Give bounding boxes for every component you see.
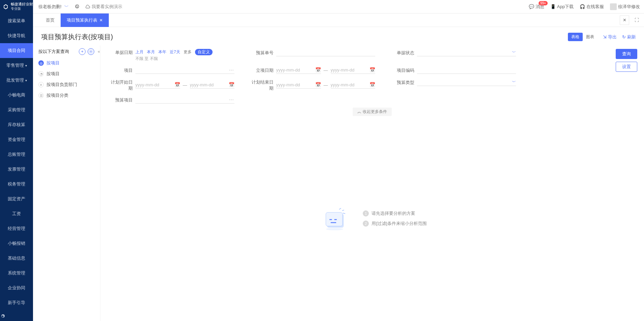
calendar-icon[interactable]: 📅 xyxy=(369,67,375,72)
query-button[interactable]: 查询 xyxy=(616,49,637,59)
sidebar-item-10[interactable]: 发票管理 xyxy=(0,162,33,177)
scheme-item-2[interactable]: ≡按项目负责部门 xyxy=(38,79,100,90)
calendar-icon[interactable]: 📅 xyxy=(229,82,234,87)
user-menu[interactable]: 徐泽华修改 xyxy=(610,3,640,10)
sidebar-item-label: 库存核算 xyxy=(8,122,25,128)
tab-home-label: 首页 xyxy=(46,17,55,23)
collapse-filters-button[interactable]: ︽ 收起更多条件 xyxy=(353,108,392,116)
sidebar-item-14[interactable]: 经营管理 xyxy=(0,221,33,236)
sidebar-item-label: 项目合同 xyxy=(8,48,25,54)
create-date-to[interactable] xyxy=(331,66,376,74)
scheme-item-label: 按项目负责部门 xyxy=(46,82,77,88)
sidebar-item-label: 采购管理 xyxy=(8,107,25,113)
pill-7days[interactable]: 近7天 xyxy=(170,49,180,55)
tab-close-all-button[interactable]: ✕ xyxy=(620,16,629,25)
sidebar-settings[interactable] xyxy=(0,310,33,321)
sidebar-item-label: 批发管理 xyxy=(6,77,24,83)
export-button[interactable]: ⇲ 导出 xyxy=(603,34,617,40)
plan-start-to[interactable] xyxy=(190,81,235,89)
svg-rect-4 xyxy=(334,219,337,220)
pill-this-year[interactable]: 本年 xyxy=(158,49,166,55)
export-icon: ⇲ xyxy=(603,34,607,39)
label-budget-no: 预算单号 xyxy=(248,49,273,56)
scheme-item-label: 按项目 xyxy=(46,60,60,66)
sidebar-item-12[interactable]: 固定资产 xyxy=(0,192,33,206)
sidebar-item-6[interactable]: 采购管理 xyxy=(0,103,33,117)
create-date-from[interactable] xyxy=(276,66,321,74)
sidebar-item-5[interactable]: 小畅电商 xyxy=(0,88,33,103)
doc-status-select[interactable] xyxy=(417,49,516,56)
sidebar-item-19[interactable]: 新手引导 xyxy=(0,295,33,310)
sidebar-item-17[interactable]: 系统管理 xyxy=(0,266,33,281)
pill-last-month[interactable]: 上月 xyxy=(135,49,143,55)
app-download-button[interactable]: 📱 App下载 xyxy=(550,4,574,10)
svg-rect-3 xyxy=(330,219,332,220)
project-code-input[interactable] xyxy=(417,66,516,74)
budget-item-input[interactable] xyxy=(135,96,234,104)
chevron-up-icon: ︽ xyxy=(357,109,361,115)
project-input[interactable] xyxy=(135,66,234,74)
settings-button[interactable]: 设置 xyxy=(616,62,637,72)
sidebar-item-label: 小畅电商 xyxy=(8,92,25,98)
sidebar-item-15[interactable]: 小畅报销 xyxy=(0,236,33,251)
more-icon[interactable]: ⋯ xyxy=(229,67,234,73)
chevron-down-icon: ﹀ xyxy=(512,79,516,85)
view-chart-button[interactable]: 图表 xyxy=(583,33,598,41)
calendar-icon[interactable]: 📅 xyxy=(174,82,180,87)
calendar-icon[interactable]: 📅 xyxy=(369,82,375,87)
topbar: 畅捷通好业财 专业版 徐老板勿删! ﹀ 我要看实例演示 💬 消息 99+ 📱 A… xyxy=(0,0,644,13)
sidebar-item-13[interactable]: 工资 xyxy=(0,206,33,221)
caret-down-icon: ▾ xyxy=(25,64,27,67)
sidebar-item-3[interactable]: 零售管理▾ xyxy=(0,58,33,73)
sidebar-item-8[interactable]: 资金管理 xyxy=(0,132,33,147)
refresh-button[interactable]: ↻ 刷新 xyxy=(622,34,636,40)
sidebar-item-label: 经营管理 xyxy=(8,226,25,232)
plan-end-from[interactable] xyxy=(276,81,321,89)
sidebar-item-label: 系统管理 xyxy=(8,270,25,276)
budget-no-input[interactable] xyxy=(276,49,375,56)
sidebar-item-2[interactable]: 项目合同 xyxy=(0,43,33,58)
pill-this-month[interactable]: 本月 xyxy=(147,49,155,55)
sidebar-item-7[interactable]: 库存核算 xyxy=(0,117,33,132)
sidebar-item-11[interactable]: 税务管理 xyxy=(0,177,33,192)
pill-more[interactable]: 更多 xyxy=(184,49,192,55)
scheme-item-3[interactable]: ☰按项目分类 xyxy=(38,90,100,101)
settings-icon[interactable] xyxy=(74,4,79,9)
budget-type-select[interactable] xyxy=(417,79,516,86)
scheme-item-1[interactable]: ◔按项目 xyxy=(38,68,100,79)
scheme-header: 按以下方案查询 + « xyxy=(38,48,100,58)
calendar-icon[interactable]: 📅 xyxy=(315,67,321,72)
pill-custom[interactable]: 自定义 xyxy=(195,49,213,55)
field-doc-status: 单据状态 ﹀ xyxy=(389,49,516,56)
label-budget-type: 预算类型 xyxy=(389,79,414,86)
plan-start-from[interactable] xyxy=(135,81,180,89)
sidebar-item-9[interactable]: 总账管理 xyxy=(0,147,33,162)
sidebar-item-4[interactable]: 批发管理▾ xyxy=(0,73,33,88)
sidebar-item-1[interactable]: 快捷导航 xyxy=(0,28,33,43)
fullscreen-button[interactable]: ⛶ xyxy=(632,16,641,25)
sidebar-item-label: 企业协同 xyxy=(8,285,25,291)
tab-home[interactable]: 首页 xyxy=(40,13,61,27)
collapse-panel-button[interactable]: « xyxy=(98,49,100,54)
messages-badge: 99+ xyxy=(539,1,548,5)
sidebar-item-0[interactable]: 搜索菜单 xyxy=(0,13,33,28)
add-scheme-button[interactable]: + xyxy=(79,48,86,55)
scheme-settings-button[interactable] xyxy=(88,48,94,55)
close-icon[interactable]: ✕ xyxy=(99,18,103,23)
chat-icon: 💬 xyxy=(529,4,534,9)
plan-end-to[interactable] xyxy=(331,81,376,89)
support-button[interactable]: 🎧 在线客服 xyxy=(580,4,604,10)
demo-link[interactable]: 我要看实例演示 xyxy=(85,4,122,10)
field-project-code: 项目编码 xyxy=(389,66,516,74)
more-icon[interactable]: ⋯ xyxy=(229,97,234,103)
sidebar-item-label: 基础信息 xyxy=(8,255,25,261)
messages-button[interactable]: 💬 消息 99+ xyxy=(529,4,544,10)
tab-budget-exec[interactable]: 项目预算执行表 ✕ xyxy=(61,13,109,27)
field-budget-item: 预算项目 ⋯ xyxy=(107,96,234,104)
org-selector[interactable]: 徐老板勿删! ﹀ xyxy=(38,4,69,10)
sidebar-item-18[interactable]: 企业协同 xyxy=(0,281,33,295)
calendar-icon[interactable]: 📅 xyxy=(315,82,321,87)
view-table-button[interactable]: 表格 xyxy=(568,33,583,41)
scheme-item-0[interactable]: ◎按项目 xyxy=(38,58,100,68)
sidebar-item-16[interactable]: 基础信息 xyxy=(0,251,33,266)
